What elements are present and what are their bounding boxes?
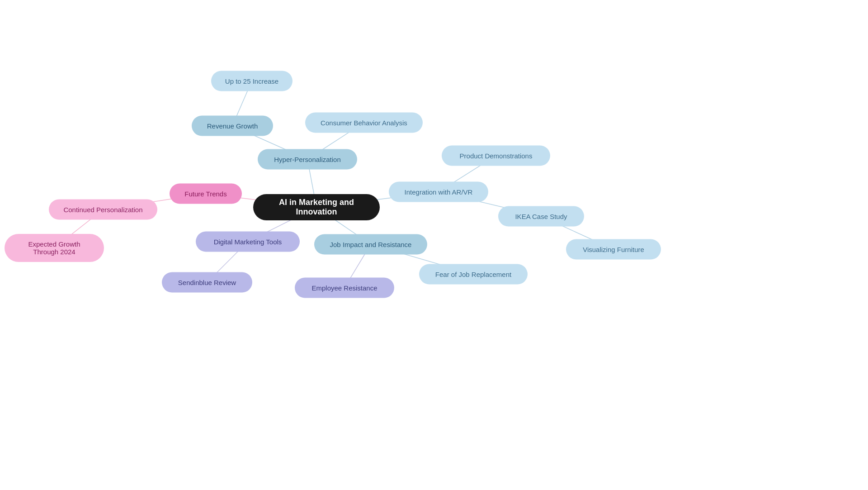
node-fear-job-replacement[interactable]: Fear of Job Replacement [419, 264, 528, 285]
node-sendinblue-review[interactable]: Sendinblue Review [162, 272, 252, 293]
node-continued-personalization[interactable]: Continued Personalization [49, 200, 157, 220]
center-node[interactable]: AI in Marketing and Innovation [253, 194, 380, 220]
node-consumer-behavior[interactable]: Consumer Behavior Analysis [305, 113, 423, 133]
node-ikea-case-study[interactable]: IKEA Case Study [498, 206, 584, 227]
node-revenue-growth[interactable]: Revenue Growth [192, 116, 273, 136]
node-integration-ar-vr[interactable]: Integration with AR/VR [389, 182, 488, 202]
node-up-to-25[interactable]: Up to 25 Increase [211, 71, 292, 91]
connections-svg [0, 0, 868, 490]
node-job-impact[interactable]: Job Impact and Resistance [314, 234, 427, 255]
node-future-trends[interactable]: Future Trends [170, 184, 242, 204]
mind-map-container: AI in Marketing and InnovationUp to 25 I… [0, 0, 868, 490]
node-visualizing-furniture[interactable]: Visualizing Furniture [566, 239, 661, 260]
node-product-demonstrations[interactable]: Product Demonstrations [442, 146, 550, 166]
node-digital-marketing-tools[interactable]: Digital Marketing Tools [196, 232, 300, 252]
node-employee-resistance[interactable]: Employee Resistance [295, 278, 394, 298]
node-hyper-personalization[interactable]: Hyper-Personalization [258, 149, 357, 170]
node-expected-growth[interactable]: Expected Growth Through 2024 [5, 234, 104, 262]
